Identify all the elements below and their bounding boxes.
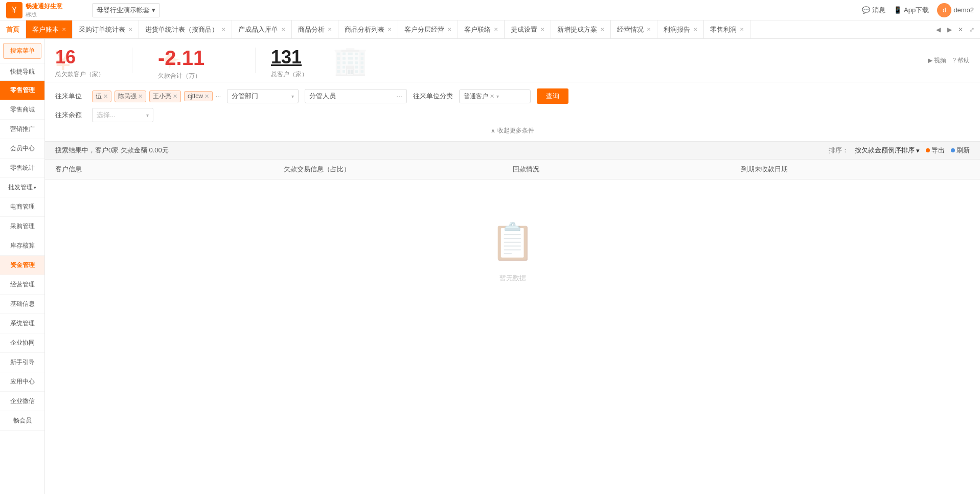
tab-new-commission[interactable]: 新增提成方案 ✕ (551, 20, 611, 39)
tab-profit-report[interactable]: 利润报告 ✕ (657, 20, 704, 39)
sidebar-item-marketing[interactable]: 营销推广 (0, 120, 44, 139)
video-btn[interactable]: ▶ 视频 (928, 56, 946, 65)
stat-total-label: 总客户（家） (271, 70, 373, 79)
tab-prev-arrow[interactable]: ◀ (933, 25, 943, 35)
sidebar-item-system[interactable]: 系统管理 (0, 314, 44, 333)
tab-close-icon[interactable]: ✕ (62, 27, 66, 32)
tab-customer-contact[interactable]: 客户联络 ✕ (458, 20, 505, 39)
chevron-down-icon: ▾ (916, 147, 920, 154)
sidebar-item-member-center[interactable]: 会员中心 (0, 139, 44, 159)
play-icon: ▶ (928, 57, 932, 64)
sidebar-item-wholesale[interactable]: 批发管理 ▾ (0, 178, 44, 197)
tab-close-icon[interactable]: ✕ (281, 27, 285, 32)
tab-goods-analysis[interactable]: 商品分析 ✕ (292, 20, 338, 39)
tab-customer-account[interactable]: 客户账本 ✕ (26, 20, 73, 39)
filter-unit-class-select[interactable]: 普通客户 ✕ ▾ (459, 89, 531, 103)
filter-balance-select[interactable]: 选择... ▾ (92, 108, 153, 122)
filter-tag-cjttcw: cjttcw ✕ (184, 91, 213, 101)
sidebar-item-enterprise-wechat[interactable]: 企业微信 (0, 392, 44, 411)
main-layout: 搜索菜单 快捷导航 零售管理 零售商城 营销推广 会员中心 零售统计 批发管理 … (0, 39, 980, 494)
tab-close-all[interactable]: ✕ (955, 25, 966, 35)
nav-tabs: 首页 客户账本 ✕ 采购订单统计表 ✕ 进货单统计表（按商品） ✕ 产成品入库单… (0, 20, 980, 39)
filter-unit-class-label: 往来单位分类 (413, 92, 453, 101)
sidebar-item-retail-stats[interactable]: 零售统计 (0, 159, 44, 178)
sidebar-item-new-guide[interactable]: 新手引导 (0, 353, 44, 372)
tab-close-icon[interactable]: ✕ (221, 27, 225, 32)
tab-operation[interactable]: 经营情况 ✕ (611, 20, 657, 39)
tab-close-icon[interactable]: ✕ (600, 27, 604, 32)
tab-expand[interactable]: ⤢ (967, 25, 977, 35)
sidebar-item-enterprise-collab[interactable]: 企业协同 (0, 333, 44, 353)
filter-tag-wang: 王小亮 ✕ (149, 91, 181, 102)
tab-next-arrow[interactable]: ▶ (944, 25, 954, 35)
tab-close-icon[interactable]: ✕ (128, 27, 132, 32)
app-download-btn[interactable]: 📱 App下载 (894, 6, 929, 15)
tab-close-icon[interactable]: ✕ (740, 27, 744, 32)
sidebar-item-finance[interactable]: 资金管理 (0, 256, 44, 275)
tab-goods-stats[interactable]: 进货单统计表（按商品） ✕ (139, 20, 232, 39)
sidebar-item-base-info[interactable]: 基础信息 (0, 295, 44, 314)
refresh-btn[interactable]: 刷新 (951, 146, 970, 155)
tab-close-icon[interactable]: ✕ (693, 27, 697, 32)
top-bar: ¥ 畅捷通好生意 标版 母婴行业演示帐套 ▾ 💬 消息 📱 App下载 d de… (0, 0, 980, 20)
tab-close-icon[interactable]: ✕ (540, 27, 544, 32)
tab-close-icon[interactable]: ✕ (328, 27, 332, 32)
avatar: d (937, 3, 951, 17)
sidebar-item-app-center[interactable]: 应用中心 (0, 372, 44, 392)
tab-commission-setting[interactable]: 提成设置 ✕ (505, 20, 551, 39)
tab-close-icon[interactable]: ✕ (647, 27, 651, 32)
tab-close-icon[interactable]: ✕ (388, 27, 392, 32)
tag-close-chen[interactable]: ✕ (138, 93, 143, 100)
tab-purchase-order[interactable]: 采购订单统计表 ✕ (73, 20, 139, 39)
message-btn[interactable]: 💬 消息 (862, 6, 885, 15)
chevron-down-icon: ▾ (152, 6, 155, 14)
account-selector[interactable]: 母婴行业演示帐套 ▾ (92, 3, 160, 17)
filter-more-tags[interactable]: ··· (216, 93, 221, 100)
tab-nav-arrows: ◀ ▶ ✕ ⤢ (930, 25, 980, 35)
stat-divider2 (255, 48, 256, 73)
filter-unit-tags: 伍 ✕ 陈民强 ✕ 王小亮 ✕ cjttcw ✕ ··· (92, 91, 221, 102)
export-btn[interactable]: 导出 (926, 146, 945, 155)
collapse-filter-btn[interactable]: ∧ 收起更多条件 (491, 126, 534, 135)
logo-text: 畅捷通好生意 标版 (26, 2, 62, 18)
sidebar-item-chang-member[interactable]: 畅会员 (0, 411, 44, 431)
stat-customers-label: 总欠款客户（家） (55, 70, 117, 79)
sidebar-item-purchase[interactable]: 采购管理 (0, 217, 44, 236)
tag-close-normal[interactable]: ✕ (490, 93, 494, 100)
filter-dept-select[interactable]: 分管部门 ▾ (227, 89, 299, 103)
message-icon: 💬 (862, 6, 870, 14)
tab-product-inbound[interactable]: 产成品入库单 ✕ (232, 20, 292, 39)
help-btn[interactable]: ? 帮助 (952, 56, 970, 65)
ellipsis-icon[interactable]: ··· (396, 92, 402, 100)
filter-person-select[interactable]: 分管人员 ··· (305, 89, 407, 103)
logo-icon: ¥ (6, 2, 22, 18)
chevron-up-icon: ∧ (491, 127, 495, 134)
sidebar-item-ecommerce[interactable]: 电商管理 (0, 197, 44, 217)
empty-state: 📋 暂无数据 (45, 179, 980, 324)
tab-home[interactable]: 首页 (0, 20, 26, 39)
sidebar-item-operations[interactable]: 经营管理 (0, 275, 44, 295)
tab-retail-profit[interactable]: 零售利润 ✕ (704, 20, 750, 39)
chevron-down-icon: ▾ (496, 94, 499, 99)
phone-icon: 📱 (894, 6, 902, 14)
user-profile[interactable]: d demo2 (937, 3, 974, 17)
tab-customer-tier[interactable]: 客户分层经营 ✕ (398, 20, 458, 39)
tag-close-wang[interactable]: ✕ (173, 93, 177, 100)
tag-close-wu[interactable]: ✕ (103, 93, 108, 100)
tab-close-icon[interactable]: ✕ (447, 27, 451, 32)
search-menu-button[interactable]: 搜索菜单 (3, 43, 41, 59)
sidebar-item-retail-mall[interactable]: 零售商城 (0, 100, 44, 120)
results-bar: 搜索结果中，客户0家 欠款金额 0.00元 排序： 按欠款金额倒序排序 ▾ 导出… (45, 142, 980, 160)
sidebar-quick-nav[interactable]: 快捷导航 (0, 63, 44, 81)
stat2-area: ✦ -2.11 欠款合计（万） (148, 42, 240, 78)
sidebar-item-retail-management[interactable]: 零售管理 (0, 81, 44, 100)
tab-goods-analysis-list[interactable]: 商品分析列表 ✕ (338, 20, 398, 39)
sidebar-item-inventory[interactable]: 库存核算 (0, 236, 44, 256)
sort-select[interactable]: 按欠款金额倒序排序 ▾ (855, 146, 920, 155)
filter-row-2: 往来余额 选择... ▾ (55, 108, 970, 122)
tag-close-cjttcw[interactable]: ✕ (204, 93, 209, 100)
query-button[interactable]: 查询 (537, 88, 568, 104)
tab-close-icon[interactable]: ✕ (494, 27, 498, 32)
stat-customers-number: 16 (55, 47, 117, 68)
help-icon: ? (952, 57, 956, 64)
